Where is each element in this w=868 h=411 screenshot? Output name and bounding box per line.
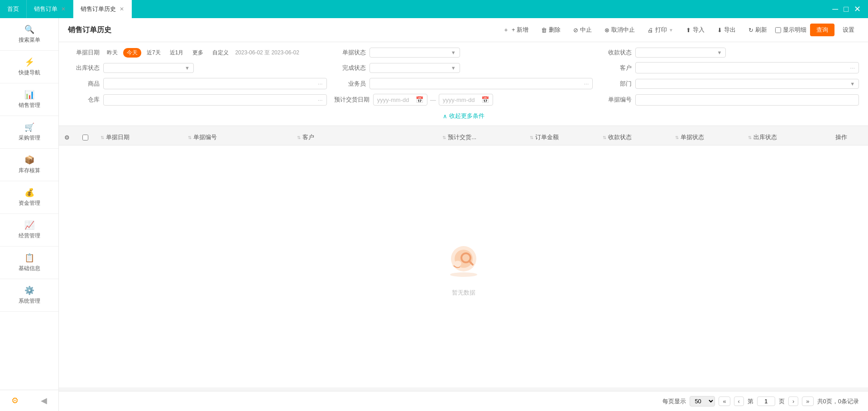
- sidebar-item-basic-info[interactable]: 📋 基础信息: [0, 247, 58, 279]
- print-button[interactable]: 🖨 打印 ▼: [643, 24, 678, 36]
- select-all-checkbox[interactable]: [82, 135, 88, 140]
- new-label: + 新增: [512, 26, 528, 34]
- sidebar-settings-icon[interactable]: ⚙: [11, 396, 19, 406]
- date-btn-more[interactable]: 更多: [189, 48, 207, 58]
- payment-status-label: 收款状态: [600, 48, 632, 57]
- filter-group-stock-out: 出库状态 ▼: [68, 63, 327, 73]
- refresh-label: 刷新: [755, 26, 767, 34]
- date-btn-today[interactable]: 今天: [123, 48, 141, 58]
- delivery-date-to-input[interactable]: yyyy-mm-dd 📅: [439, 94, 493, 106]
- date-btn-yesterday[interactable]: 昨天: [103, 48, 121, 58]
- col-sort-date-icon[interactable]: ⇅: [101, 135, 104, 140]
- complete-status-label: 完成状态: [334, 64, 366, 72]
- settings-button[interactable]: 设置: [838, 24, 859, 36]
- next-page-button[interactable]: ›: [788, 396, 798, 406]
- col-sort-customer-icon[interactable]: ⇅: [297, 135, 301, 140]
- current-page-input[interactable]: [757, 396, 775, 406]
- prev-page-button[interactable]: ‹: [734, 396, 744, 406]
- customer-select[interactable]: ···: [635, 62, 859, 73]
- sidebar-item-system-label: 系统管理: [19, 297, 40, 305]
- close-icon[interactable]: ✕: [854, 4, 861, 14]
- col-checkbox[interactable]: [82, 135, 101, 140]
- maximize-icon[interactable]: □: [844, 5, 849, 14]
- last-page-button[interactable]: »: [802, 396, 813, 406]
- col-action-label: 操作: [835, 133, 847, 141]
- date-label: 单据日期: [68, 48, 100, 57]
- col-sort-num-icon[interactable]: ⇅: [188, 135, 192, 140]
- date-btn-last7[interactable]: 近7天: [143, 48, 164, 58]
- delivery-date-from-input[interactable]: yyyy-mm-dd 📅: [373, 94, 427, 106]
- tab-home-label: 首页: [7, 5, 19, 13]
- date-btn-custom[interactable]: 自定义: [209, 48, 232, 58]
- page-label-prefix: 第: [748, 397, 753, 406]
- col-sort-delivery-icon[interactable]: ⇅: [442, 135, 446, 140]
- sidebar-item-operations[interactable]: 📈 经营管理: [0, 214, 58, 247]
- col-customer-label: 客户: [302, 133, 314, 141]
- window-controls: ─ □ ✕: [827, 0, 868, 18]
- cancel-stop-button[interactable]: ⊗ 取消中止: [600, 24, 639, 36]
- minimize-icon[interactable]: ─: [832, 5, 838, 14]
- department-label: 部门: [600, 80, 632, 88]
- col-settings-icon: ⚙: [64, 134, 70, 141]
- sidebar-item-finance[interactable]: 💰 资金管理: [0, 181, 58, 214]
- display-cols-checkbox-label[interactable]: 显示明细: [775, 26, 806, 34]
- display-cols-checkbox[interactable]: [775, 27, 781, 33]
- stop-button[interactable]: ⊘ 中止: [569, 24, 596, 36]
- sidebar-item-search-menu-label: 搜索菜单: [19, 36, 40, 44]
- import-icon: ⬆: [686, 27, 691, 34]
- filter-row-1: 单据日期 昨天 今天 近7天 近1月 更多 自定义 2023-06-02 至 2…: [68, 48, 859, 58]
- sidebar-item-search-menu[interactable]: 🔍 搜索菜单: [0, 18, 58, 51]
- query-button[interactable]: 查询: [810, 24, 834, 36]
- tab-sales-order[interactable]: 销售订单 ✕: [27, 0, 73, 18]
- date-btn-last1m[interactable]: 近1月: [166, 48, 187, 58]
- col-sort-bill-icon[interactable]: ⇅: [675, 135, 679, 140]
- complete-status-select[interactable]: ▼: [369, 63, 460, 73]
- export-button[interactable]: ⬇ 导出: [713, 24, 740, 36]
- sidebar-item-sales-mgmt[interactable]: 📊 销售管理: [0, 83, 58, 116]
- sidebar-item-inventory[interactable]: 📦 库存核算: [0, 149, 58, 181]
- stock-out-arrow-icon: ▼: [185, 65, 190, 71]
- collapse-button[interactable]: ∧ 收起更多条件: [443, 112, 484, 120]
- calendar-to-icon: 📅: [481, 96, 489, 103]
- tab-sales-order-close[interactable]: ✕: [61, 6, 66, 12]
- stock-out-select[interactable]: ▼: [103, 63, 194, 73]
- warehouse-select[interactable]: ···: [103, 94, 327, 106]
- department-arrow-icon: ▼: [850, 81, 855, 87]
- sales-mgmt-icon: 📊: [24, 90, 34, 100]
- sidebar-item-purchase-mgmt[interactable]: 🛒 采购管理: [0, 116, 58, 149]
- quick-nav-icon: ⚡: [24, 57, 34, 67]
- sidebar-item-quick-nav[interactable]: ⚡ 快捷导航: [0, 51, 58, 83]
- sidebar-item-system[interactable]: ⚙️ 系统管理: [0, 279, 58, 312]
- col-sort-pay-icon[interactable]: ⇅: [603, 135, 606, 140]
- col-settings[interactable]: ⚙: [64, 134, 82, 141]
- tab-home[interactable]: 首页: [0, 0, 27, 18]
- page-size-select[interactable]: 50 10 20 100: [690, 396, 715, 406]
- refresh-button[interactable]: ↻ 刷新: [744, 24, 772, 36]
- stock-out-label: 出库状态: [68, 64, 100, 72]
- date-quick-btns: 昨天 今天 近7天 近1月 更多 自定义: [103, 48, 232, 58]
- bill-number-label: 单据编号: [600, 96, 632, 104]
- col-pay-status-label: 收款状态: [608, 133, 632, 141]
- print-icon: 🖨: [647, 27, 653, 34]
- col-sort-amount-icon[interactable]: ⇅: [530, 135, 533, 140]
- delivery-date-from-text: yyyy-mm-dd: [377, 97, 409, 103]
- col-sort-stock-icon[interactable]: ⇅: [748, 135, 752, 140]
- payment-status-select[interactable]: ▼: [635, 48, 726, 58]
- pagination-bar: 每页显示 50 10 20 100 « ‹ 第 页 › » 共0页，0条记录: [59, 391, 868, 411]
- sidebar-collapse-icon[interactable]: ◀: [41, 396, 47, 406]
- filter-group-goods: 商品 ···: [68, 78, 327, 89]
- new-button[interactable]: ＋ + 新增: [499, 24, 533, 36]
- bill-number-input[interactable]: [635, 94, 859, 106]
- import-button[interactable]: ⬆ 导入: [681, 24, 709, 36]
- goods-select[interactable]: ···: [103, 78, 327, 89]
- salesperson-select[interactable]: ···: [369, 78, 593, 89]
- department-select[interactable]: ▼: [635, 79, 859, 89]
- delete-button[interactable]: 🗑 删除: [537, 24, 565, 36]
- page-title-bar: 销售订单历史 ＋ + 新增 🗑 删除 ⊘ 中止 ⊗ 取消中止: [59, 18, 868, 42]
- tab-sales-order-history[interactable]: 销售订单历史 ✕: [73, 0, 132, 18]
- bill-status-select[interactable]: ▼: [369, 48, 460, 58]
- inventory-icon: 📦: [24, 155, 34, 165]
- first-page-button[interactable]: «: [719, 396, 730, 406]
- tab-sales-order-history-close[interactable]: ✕: [120, 6, 124, 12]
- page-title: 销售订单历史: [68, 25, 111, 35]
